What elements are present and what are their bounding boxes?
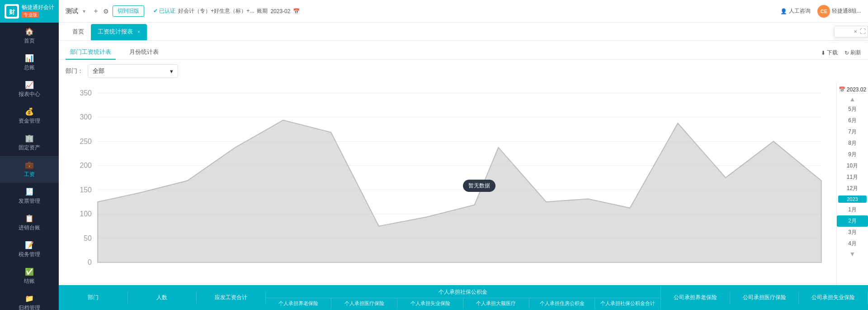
sidebar-item-payroll[interactable]: 💼 工资 xyxy=(0,156,59,183)
calendar-nav-up[interactable]: ▲ xyxy=(837,95,868,104)
th-count: 人数 xyxy=(128,291,197,304)
sub-tab-actions: ⬇ 下载 ↻ 刷新 xyxy=(821,49,861,57)
cal-month-4[interactable]: 4月 xyxy=(837,238,868,249)
th-salary-total: 应发工资合计 xyxy=(197,291,266,304)
settlement-icon: ✅ xyxy=(25,267,34,276)
avatar: CE xyxy=(817,5,830,18)
panel-close-button[interactable]: × xyxy=(854,28,857,35)
refresh-icon: ↻ xyxy=(844,50,849,56)
sidebar-nav: 🏠 首页 📊 总账 📈 报表中心 💰 资金管理 🏢 固定资产 💼 工资 🧾 发票… xyxy=(0,23,59,310)
switch-version-button[interactable]: 切到旧版 xyxy=(113,5,144,17)
cal-month-11[interactable]: 11月 xyxy=(837,172,868,183)
svg-text:0: 0 xyxy=(88,258,92,266)
select-arrow-icon: ▾ xyxy=(170,68,173,75)
tax-icon: 📝 xyxy=(25,241,34,249)
sidebar-item-tax-mgmt[interactable]: 📝 税务管理 xyxy=(0,236,59,263)
th-company-pension: 公司承担养老保险 xyxy=(661,291,730,304)
chart-area-wrapper: 350 300 250 200 150 100 50 0 暂无数据 xyxy=(59,82,868,285)
cal-month-1[interactable]: 1月 xyxy=(837,204,868,215)
svg-text:财: 财 xyxy=(9,9,15,15)
gear-button[interactable]: ⚙ xyxy=(103,8,109,15)
area-chart: 350 300 250 200 150 100 50 0 xyxy=(68,87,827,281)
invoice-icon: 🧾 xyxy=(25,187,34,196)
svg-text:300: 300 xyxy=(80,113,92,121)
archive-icon: 📁 xyxy=(25,294,34,303)
panel-expand-button[interactable]: ⛶ xyxy=(860,28,866,35)
cal-month-6[interactable]: 6月 xyxy=(837,115,868,126)
payroll-icon: 💼 xyxy=(25,161,34,169)
company-name: 测试 xyxy=(66,7,78,15)
calendar-header: 📅 2023.02 xyxy=(839,85,866,95)
assets-icon: 🏢 xyxy=(25,134,34,143)
sidebar-item-general-ledger[interactable]: 📊 总账 xyxy=(0,49,59,76)
sub-tab-department[interactable]: 部门工资统计表 xyxy=(66,45,116,60)
filter-row: 部门： 全部 ▾ xyxy=(59,60,868,82)
cal-month-7[interactable]: 7月 xyxy=(837,126,868,138)
calendar-nav-down[interactable]: ▼ xyxy=(837,249,868,258)
add-button[interactable]: ＋ xyxy=(92,6,99,16)
topbar: 测试 ▾ ＋ ⚙ 切到旧版 ✔ 已认证 好会计（专）+好生意（标）+... 账期… xyxy=(59,0,868,23)
period-label: 账期 xyxy=(257,7,268,15)
home-icon: 🏠 xyxy=(25,27,34,36)
th-personal-total: 个人承担社保公积金合计 xyxy=(595,298,660,309)
svg-text:150: 150 xyxy=(80,186,92,194)
th-company-unemployment: 公司承担失业保险 xyxy=(799,291,868,304)
dropdown-arrow-icon[interactable]: ▾ xyxy=(83,8,85,14)
th-personal-pension: 个人承担养老保险 xyxy=(266,298,332,309)
sidebar-item-invoice-mgmt[interactable]: 🧾 发票管理 xyxy=(0,183,59,210)
ledger-icon: 📊 xyxy=(25,54,34,62)
sidebar: 财 畅捷通好会计 专业版 🏠 首页 📊 总账 📈 报表中心 💰 资金管理 🏢 固… xyxy=(0,0,59,310)
department-select[interactable]: 全部 ▾ xyxy=(88,64,178,78)
svg-text:50: 50 xyxy=(84,234,92,242)
table-header: 部门 人数 应发工资合计 个人承担社保公积金 个人承担养老保险 个人承担医疗保险 xyxy=(59,285,868,310)
th-personal-medical: 个人承担医疗保险 xyxy=(331,298,397,309)
th-company-medical: 公司承担医疗保险 xyxy=(730,291,799,304)
fund-icon: 💰 xyxy=(25,107,34,116)
report-icon: 📈 xyxy=(25,81,34,89)
svg-text:100: 100 xyxy=(80,210,92,218)
tab-payroll-report[interactable]: 工资统计报表 × xyxy=(91,24,147,40)
year-badge-2023: 2023 xyxy=(838,196,866,203)
refresh-button[interactable]: ↻ 刷新 xyxy=(844,49,861,57)
calendar-icon[interactable]: 📅 xyxy=(293,8,300,14)
tabbar: 首页 工资统计报表 × xyxy=(59,23,868,41)
calendar-panel: 📅 2023.02 ▲ 5月 6月 7月 8月 9月 10月 11月 12月 2… xyxy=(836,82,868,285)
topbar-actions: ＋ ⚙ 切到旧版 xyxy=(92,5,144,17)
sub-tab-monthly[interactable]: 月份统计表 xyxy=(125,45,163,60)
ai-consult-button[interactable]: 👤 人工咨询 xyxy=(780,7,811,15)
sidebar-item-fund-management[interactable]: 💰 资金管理 xyxy=(0,103,59,129)
topbar-tags: ✔ 已认证 好会计（专）+好生意（标）+... 账期 2023-02 📅 xyxy=(153,7,300,15)
sidebar-item-archive-mgmt[interactable]: 📁 归档管理 xyxy=(0,290,59,310)
download-icon: ⬇ xyxy=(821,50,826,56)
filter-label: 部门： xyxy=(66,67,83,75)
download-button[interactable]: ⬇ 下载 xyxy=(821,49,838,57)
cal-month-5[interactable]: 5月 xyxy=(837,104,868,115)
panel-overlay: × ⛶ xyxy=(834,26,868,38)
sales-icon: 📋 xyxy=(25,214,34,223)
period-value: 2023-02 xyxy=(270,8,290,14)
certified-tag: ✔ 已认证 xyxy=(153,7,175,15)
sidebar-item-sales-ledger[interactable]: 📋 进销台账 xyxy=(0,210,59,236)
cal-month-10[interactable]: 10月 xyxy=(837,160,868,172)
sidebar-item-fixed-assets[interactable]: 🏢 固定资产 xyxy=(0,129,59,156)
chart-container: 350 300 250 200 150 100 50 0 暂无数据 xyxy=(59,82,836,285)
sidebar-item-settlement[interactable]: ✅ 结账 xyxy=(0,263,59,290)
cal-month-12[interactable]: 12月 xyxy=(837,183,868,194)
cal-month-8[interactable]: 8月 xyxy=(837,138,868,149)
user-menu[interactable]: CE 轻捷通8组... xyxy=(817,5,861,18)
tab-close-icon[interactable]: × xyxy=(137,29,140,34)
cal-month-2[interactable]: 2月 xyxy=(837,215,868,227)
sidebar-item-home[interactable]: 🏠 首页 xyxy=(0,23,59,49)
th-group-personal-insurance: 个人承担社保公积金 个人承担养老保险 个人承担医疗保险 个人承担失业保险 个人承… xyxy=(266,286,661,309)
tab-home[interactable]: 首页 xyxy=(66,24,91,40)
cal-month-3[interactable]: 3月 xyxy=(837,227,868,238)
sidebar-logo: 财 畅捷通好会计 专业版 xyxy=(0,0,59,23)
cal-month-9[interactable]: 9月 xyxy=(837,149,868,160)
logo-icon: 财 xyxy=(5,4,19,19)
sidebar-item-report-center[interactable]: 📈 报表中心 xyxy=(0,76,59,103)
logo-text: 畅捷通好会计 专业版 xyxy=(22,4,54,18)
th-personal-major-medical: 个人承担大额医疗 xyxy=(463,298,529,309)
svg-text:350: 350 xyxy=(80,89,92,97)
th-personal-unemployment: 个人承担失业保险 xyxy=(397,298,463,309)
th-personal-housing-fund: 个人承担住房公积金 xyxy=(529,298,595,309)
